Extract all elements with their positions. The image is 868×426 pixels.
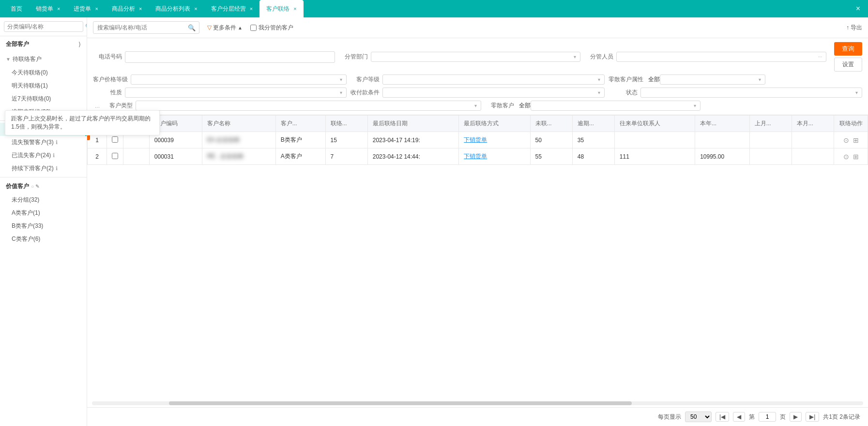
row2-uncontacted: 55 — [530, 148, 572, 165]
my-customers-checkbox-label: 我分管的客户 — [250, 24, 293, 32]
nav-home[interactable]: 首页 — [4, 0, 29, 17]
query-button[interactable]: 查询 — [834, 42, 862, 56]
more-filters-button[interactable]: ▽ 更多条件 ▲ — [203, 22, 246, 34]
page-input[interactable] — [759, 412, 776, 422]
more-dots[interactable]: ... — [95, 103, 100, 109]
filter-pay-condition-label: 收付款条件 — [350, 88, 380, 97]
filter-area: 电话号码 分管部门 ▾ 分管人员 ··· — [87, 38, 868, 115]
filter-pay-condition-select[interactable]: ▾ — [382, 88, 604, 98]
churned-info-icon: ℹ — [53, 152, 55, 159]
row2-contact: 7 — [325, 148, 367, 165]
filter-customer-type-select[interactable]: ▾ — [136, 101, 481, 111]
next-page-button[interactable]: ▶ — [790, 412, 802, 422]
row2-this-month — [792, 148, 834, 165]
sidebar-group-pending[interactable]: ▼ 待联络客户 — [0, 52, 87, 66]
setting-button[interactable]: 设置 — [834, 58, 862, 72]
close-all-tabs[interactable]: × — [852, 4, 864, 13]
filter-person-label: 分管人员 — [584, 53, 613, 61]
sidebar-item-tomorrow[interactable]: 明天待联络(1) — [0, 79, 87, 92]
gender-dropdown-icon: ▾ — [340, 90, 342, 95]
filter-retail-attr-select[interactable]: ▾ — [660, 74, 765, 85]
row1-grid-icon[interactable]: ⊞ — [853, 136, 859, 144]
sidebar-collapse-icon[interactable]: ⟩ — [78, 41, 81, 48]
row1-this-month — [792, 132, 834, 148]
nav-customer-tier[interactable]: 客户分层经营 × — [204, 0, 259, 17]
sidebar-item-class-b[interactable]: B类客户(33) — [0, 220, 87, 233]
filter-phone-input[interactable] — [125, 51, 335, 63]
first-page-button[interactable]: |◀ — [716, 412, 729, 422]
sidebar-item-ungrouped[interactable]: 未分组(32) — [0, 193, 87, 206]
scrollbar-thumb[interactable] — [169, 401, 632, 405]
filter-gender-label: 性质 — [93, 88, 122, 97]
search-input[interactable] — [93, 21, 199, 34]
scrollbar-track — [92, 401, 863, 405]
filter-dept-select[interactable]: ▾ — [371, 52, 581, 62]
export-button[interactable]: ↑ 导出 — [846, 24, 862, 32]
table-header-row: ⚙ 客户编码 客户名称 客户... 联络... — [88, 116, 868, 132]
pagination: 每页显示 50 100 200 |◀ ◀ 第 页 ▶ ▶| 共1页 2条记录 — [87, 407, 868, 426]
sidebar-group-value[interactable]: 价值客户 ○ ✎ — [0, 179, 87, 193]
filter-retail-value: 全部 — [519, 102, 531, 110]
row1-last-date: 2023-04-17 14:19: — [367, 132, 459, 148]
filter-retail: 零散客户 全部 ▾ — [485, 101, 863, 111]
filter-row-3: 性质 ▾ 收付款条件 ▾ 状态 — [93, 88, 862, 98]
sidebar-search-input[interactable] — [4, 21, 83, 32]
nav-close-purchase-order[interactable]: × — [95, 0, 98, 17]
sidebar-all-customers[interactable]: 全部客户 ⟩ — [0, 36, 87, 52]
sidebar-item-churned[interactable]: 已流失客户(24) ℹ — [0, 149, 87, 162]
filter-status-select[interactable]: ▾ — [640, 88, 862, 98]
filter-price-level-select[interactable]: ▾ — [131, 74, 347, 85]
nav-sales-order[interactable]: 销货单 × — [29, 0, 67, 17]
nav-customer-contact[interactable]: 客户联络 × — [259, 0, 303, 17]
filter-person: 分管人员 ··· — [584, 52, 826, 62]
my-customers-checkbox[interactable] — [250, 25, 257, 31]
horizontal-scrollbar[interactable] — [87, 399, 868, 407]
filter-person-select[interactable]: ··· — [616, 52, 826, 62]
sidebar-item-class-a[interactable]: A类客户(1) — [0, 206, 87, 220]
nav-close-customer-tier[interactable]: × — [250, 0, 253, 17]
filter-customer-type: 客户类型 ▾ — [104, 101, 481, 111]
filter-gender-select[interactable]: ▾ — [125, 88, 347, 98]
nav-product-analysis[interactable]: 商品分析 × — [105, 0, 149, 17]
pay-condition-dropdown-icon: ▾ — [598, 90, 600, 95]
value-group-edit-icon[interactable]: ○ ✎ — [31, 184, 39, 189]
row2-last-method-link[interactable]: 下销货单 — [464, 153, 487, 160]
sidebar-item-class-c[interactable]: C类客户(6) — [0, 233, 87, 246]
row2-last-date: 2023-04-12 14:44: — [367, 148, 459, 165]
nav-purchase-order[interactable]: 进货单 × — [67, 0, 105, 17]
row2-grid-icon[interactable]: ⊞ — [853, 153, 859, 161]
row2-link-icon[interactable]: ⊙ — [843, 153, 849, 161]
filter-pay-condition: 收付款条件 ▾ — [350, 88, 604, 98]
sidebar-divider-2 — [0, 177, 87, 177]
filter-status: 状态 ▾ — [609, 88, 862, 98]
nav-close-sales-order[interactable]: × — [57, 0, 60, 17]
sidebar-item-declining[interactable]: 持续下滑客户(2) ℹ — [0, 162, 87, 175]
row2-level: A类客户 — [275, 148, 325, 165]
nav-product-analysis-list[interactable]: 商品分析列表 × — [149, 0, 204, 17]
nav-close-customer-contact[interactable]: × — [293, 0, 296, 17]
sidebar-item-7days[interactable]: 近7天待联络(0) — [0, 92, 87, 105]
filter-retail-select[interactable]: ▾ — [531, 101, 701, 111]
tooltip-box: 距客户上次交易时长，超过了此客户的平均交易周期的1.5倍，则视为异常。 — [5, 110, 160, 135]
filter-status-label: 状态 — [609, 88, 638, 97]
filter-level-select[interactable]: ▾ — [382, 74, 604, 85]
per-page-select[interactable]: 50 100 200 — [685, 411, 712, 422]
filter-phone: 电话号码 — [93, 51, 335, 63]
row2-this-year: 10995.00 — [695, 148, 750, 165]
toolbar-search-icon[interactable]: 🔍 — [188, 24, 196, 31]
row1-last-method-link[interactable]: 下销货单 — [464, 136, 487, 143]
row1-checkbox[interactable] — [112, 136, 118, 143]
row2-checkbox[interactable] — [112, 153, 118, 159]
col-header-name: 客户名称 — [202, 116, 276, 132]
table-row: 2 000031 RE . 企业名称 A类客户 7 2023-04-12 14:… — [88, 148, 868, 165]
last-page-button[interactable]: ▶| — [806, 412, 819, 422]
sidebar-item-today[interactable]: 今天待联络(0) — [0, 66, 87, 79]
nav-close-product-analysis-list[interactable]: × — [194, 0, 197, 17]
sidebar-item-churn-warning[interactable]: 流失预警客户(3) ℹ — [0, 136, 87, 149]
nav-close-product-analysis[interactable]: × — [139, 0, 142, 17]
row1-action-icons: ⊙ ⊞ — [839, 136, 863, 144]
row1-link-icon[interactable]: ⊙ — [843, 136, 849, 144]
filter-price-level-label: 客户价格等级 — [93, 75, 128, 84]
prev-page-button[interactable]: ◀ — [733, 412, 745, 422]
row1-overdue: 35 — [572, 132, 614, 148]
